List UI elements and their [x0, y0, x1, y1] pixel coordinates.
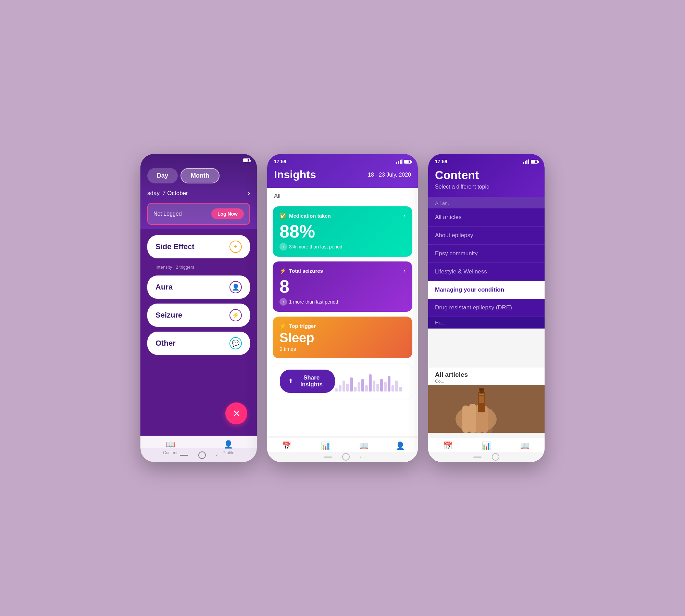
medication-icon: ✅ [279, 213, 286, 219]
close-fab-button[interactable]: ✕ [225, 402, 247, 424]
profile-center-icon: 👤 [396, 441, 405, 450]
medication-sub-text: 3% more than last period [289, 244, 342, 249]
all-articles-title: All articles [435, 371, 538, 378]
chart-bar [376, 384, 379, 392]
other-menu-item[interactable]: Other 💬 [147, 332, 250, 355]
seizure-menu-item[interactable]: Seizure ⚡ [147, 304, 250, 327]
chart-bar [373, 381, 375, 392]
month-toggle-button[interactable]: Month [180, 168, 220, 183]
c-signal-2 [398, 161, 399, 164]
share-card: ⬆ Share insights [273, 363, 412, 399]
insights-active-icon: 📊 [321, 441, 330, 450]
medication-trend-icon: ↑ [279, 243, 287, 251]
phone-center: 17:59 Insights 18 - 23 July, 2020 [267, 154, 418, 462]
medication-label-row: ✅ Medication taken [279, 213, 331, 219]
home-bar-left [180, 455, 188, 456]
profile-nav-icon: 👤 [224, 440, 233, 449]
topic-dre[interactable]: Drug resistant epilepsy (DRE) [428, 299, 545, 317]
chart-bar [335, 388, 338, 392]
battery-fill-left [244, 159, 248, 162]
svg-rect-11 [479, 396, 484, 403]
battery-icon-center [404, 160, 411, 164]
aura-label: Aura [155, 283, 173, 292]
day-toggle-button[interactable]: Day [147, 168, 178, 183]
status-time-center: 17:59 [274, 159, 286, 164]
trigger-label: Top trigger [289, 323, 316, 329]
trigger-name: Sleep [279, 331, 406, 345]
home-area-center: ‹ [267, 452, 418, 462]
home-area-left: ‹ [140, 448, 257, 462]
home-bar-right [473, 457, 482, 458]
topic-epsy-community[interactable]: Epsy community [428, 245, 545, 263]
article-image [428, 385, 545, 433]
side-effect-menu-item[interactable]: Side Effect + [147, 235, 250, 258]
share-insights-button[interactable]: ⬆ Share insights [280, 370, 335, 393]
back-chevron-left[interactable]: ‹ [216, 452, 218, 458]
content-center-icon: 📖 [359, 441, 369, 450]
svg-rect-2 [462, 406, 469, 433]
home-circle-right [492, 453, 499, 461]
add-icon: + [229, 241, 242, 253]
all-articles-header: All ar... [428, 197, 545, 208]
center-header: 17:59 Insights 18 - 23 July, 2020 [267, 154, 418, 188]
not-logged-bar: Not Logged Log Now [147, 203, 250, 225]
chart-bar [358, 382, 360, 392]
timeline-right-icon: 📅 [443, 441, 452, 450]
svg-rect-8 [480, 390, 484, 394]
medication-card-top: ✅ Medication taken › [279, 213, 406, 219]
svg-rect-10 [479, 394, 484, 395]
share-chart-preview [335, 371, 405, 392]
back-chevron-center[interactable]: ‹ [360, 454, 362, 460]
all-articles-header-text: All ar... [435, 200, 451, 206]
r-signal-2 [525, 161, 526, 164]
medication-label: Medication taken [289, 213, 331, 219]
aura-menu-item[interactable]: Aura 👤 [147, 275, 250, 299]
chart-bar [395, 381, 398, 392]
left-menu: Side Effect + Intensity | 2 triggers Aur… [140, 232, 257, 358]
timeline-icon: 📅 [282, 441, 291, 450]
insights-right-icon: 📊 [482, 441, 491, 450]
status-time-right: 17:59 [435, 159, 447, 164]
medication-value: 88% [279, 221, 406, 242]
svg-rect-9 [479, 388, 484, 390]
seizures-card[interactable]: ⚡ Total seizures › 8 ↑ 1 more than last … [273, 261, 412, 312]
topic-all-articles[interactable]: All articles [428, 208, 545, 227]
battery-icon-left [243, 158, 250, 162]
trigger-card-top: ⚡ Top trigger [279, 323, 406, 329]
battery-fill-right [532, 161, 535, 163]
chevron-right-icon[interactable]: › [248, 190, 250, 197]
trigger-card[interactable]: ⚡ Top trigger Sleep 9 times [273, 317, 412, 358]
topic-managing-condition[interactable]: Managing your condition [428, 281, 545, 299]
select-topic-text: Select a different topic [435, 184, 538, 190]
content-right-active-icon: 📖 [520, 441, 530, 450]
articles-section-header: All articles Co... [428, 368, 545, 385]
status-icons-center [396, 159, 411, 164]
seizures-label: Total seizures [289, 268, 323, 274]
insights-title: Insights [274, 168, 316, 181]
articles-section: All articles Co... [428, 368, 545, 433]
topic-about-epilepsy[interactable]: About epilepsy [428, 227, 545, 245]
articles-sub-label: Co... [435, 378, 538, 384]
not-logged-text: Not Logged [153, 211, 182, 217]
log-now-button[interactable]: Log Now [211, 208, 244, 219]
seizures-label-row: ⚡ Total seizures [279, 268, 323, 274]
c-signal-1 [396, 162, 397, 164]
topic-lifestyle[interactable]: Lifestyle & Wellness [428, 263, 545, 281]
chart-bar [365, 385, 368, 392]
chart-bar [380, 379, 383, 392]
intensity-triggers-text: Intensity | 2 triggers [149, 264, 201, 272]
other-label: Other [155, 339, 176, 348]
phones-container: Day Month sday, 7 October › Not Logged L… [120, 133, 565, 483]
seizures-icon: ⚡ [279, 268, 286, 274]
medication-sub: ↑ 3% more than last period [279, 243, 406, 251]
seizures-card-top: ⚡ Total seizures › [279, 268, 406, 274]
date-text: sday, 7 October [147, 190, 188, 197]
share-label: Share insights [296, 374, 327, 388]
medication-card[interactable]: ✅ Medication taken › 88% ↑ 3% more than … [273, 206, 412, 257]
seizures-trend-icon: ↑ [279, 298, 287, 306]
all-filter[interactable]: All [267, 188, 418, 203]
chart-bar [346, 384, 349, 392]
status-icons-right [523, 159, 538, 164]
battery-fill-center [405, 161, 409, 163]
seizures-sub-text: 1 more than last period [289, 299, 338, 305]
